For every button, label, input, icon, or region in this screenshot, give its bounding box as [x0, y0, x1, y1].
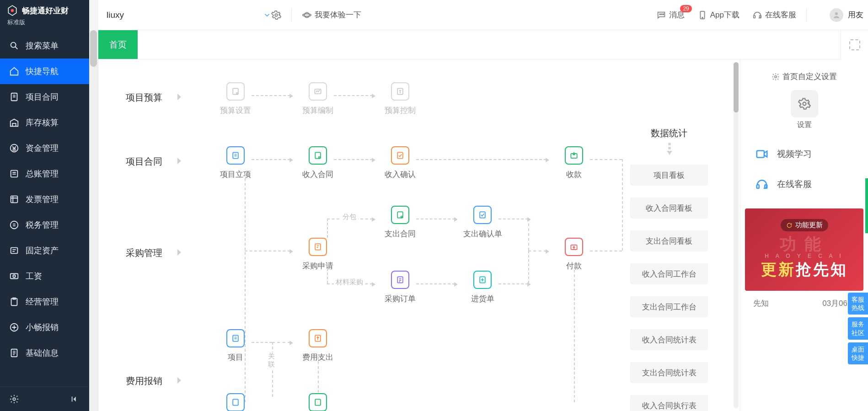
sidebar-item-contract[interactable]: 项目合同 [0, 84, 89, 110]
service-button[interactable]: 在线客服 [752, 10, 796, 20]
svg-rect-49 [757, 185, 759, 188]
sidebar-item-label: 税务管理 [26, 219, 59, 230]
sidebar-item-asset[interactable]: 固定资产 [0, 238, 89, 263]
row-title-purchase: 采购管理 [126, 247, 162, 259]
stat-btn-1[interactable]: 收入合同看板 [630, 197, 708, 219]
topbar: liuxy 我要体验一下 消息 29 App下载 在线客服 用友 [98, 0, 868, 30]
rp-foot-left: 先知 [753, 298, 769, 309]
stat-btn-7[interactable]: 收入合同执行表 [630, 395, 708, 411]
rp-link-service[interactable]: 在线客服 [740, 169, 868, 199]
sidebar-item-search[interactable]: 搜索菜单 [0, 33, 89, 59]
ad-pill: 功能更新 [781, 219, 828, 231]
sidebar-item-label: 快捷导航 [26, 66, 59, 77]
node-expense-contract[interactable]: 支出合同 [373, 206, 428, 239]
node-budget-control[interactable]: 预算控制 [373, 82, 428, 116]
rp-tile-label: 设置 [740, 120, 868, 130]
rp-link-video[interactable]: 视频学习 [740, 139, 868, 169]
stat-btn-label: 收入合同看板 [646, 203, 692, 214]
collapse-icon[interactable] [70, 394, 80, 404]
try-link[interactable]: 我要体验一下 [302, 10, 361, 20]
stats-title: 数据统计 [651, 127, 687, 139]
svg-point-1 [11, 43, 16, 48]
sidebar-item-invoice[interactable]: 发票管理 [0, 187, 89, 212]
sidebar-item-fund[interactable]: 资金管理 [0, 135, 89, 161]
sidebar-item-quicknav[interactable]: 快捷导航 [0, 59, 89, 84]
node-income-contract[interactable]: 收入合同 [290, 146, 345, 180]
asset-icon [9, 246, 19, 256]
document-icon [9, 92, 19, 102]
row-title-budget: 项目预算 [126, 91, 162, 104]
avatar[interactable] [830, 8, 843, 22]
pill-desktop[interactable]: 桌面 快捷 [848, 342, 868, 364]
node-label: 预算设置 [220, 105, 251, 116]
svg-rect-14 [72, 396, 73, 401]
svg-rect-44 [233, 399, 238, 405]
sidebar-item-label: 基础信息 [26, 347, 59, 358]
node-income-confirm[interactable]: 收入确认 [373, 146, 428, 180]
service-label: 在线客服 [765, 10, 796, 20]
svg-point-6 [11, 221, 18, 229]
svg-point-47 [803, 102, 806, 106]
node-partial-1[interactable] [208, 393, 263, 411]
tab-home[interactable]: 首页 [98, 30, 138, 59]
sidebar-item-base[interactable]: 基础信息 [0, 340, 89, 366]
rp-ad-banner[interactable]: 功能更新 功能 H A O Y E C A I 更新抢先知 [745, 208, 863, 291]
sidebar-item-tax[interactable]: 税务管理 [0, 212, 89, 238]
yen-icon [9, 143, 19, 153]
tenant-selector[interactable]: liuxy [107, 10, 271, 20]
pill-hotline[interactable]: 客服 热线 [848, 293, 868, 315]
pill-community[interactable]: 服务 社区 [848, 317, 868, 339]
svg-rect-7 [11, 248, 18, 254]
node-project[interactable]: 项目 [208, 329, 263, 363]
brand-title: 畅捷通好业财 [22, 5, 69, 16]
gear-icon[interactable] [271, 10, 281, 20]
rp-settings-tile[interactable] [791, 90, 818, 117]
download-button[interactable]: App下载 [697, 10, 739, 20]
sidebar-item-salary[interactable]: 工资 [0, 263, 89, 289]
svg-point-27 [236, 93, 238, 94]
sidebar-item-label: 搜索菜单 [26, 40, 59, 51]
sidebar-scrollbar[interactable] [89, 30, 98, 411]
stat-btn-5[interactable]: 收入合同统计表 [630, 329, 708, 350]
node-purchase-order[interactable]: 采购订单 [373, 271, 428, 304]
tag-guanlian: 关 联 [266, 352, 277, 368]
sidebar-item-inventory[interactable]: 库存核算 [0, 110, 89, 135]
svg-point-32 [319, 157, 320, 158]
stat-btn-3[interactable]: 收入合同工作台 [630, 263, 708, 284]
node-goods-receipt[interactable]: 进货单 [455, 271, 510, 304]
node-project-init[interactable]: 项目立项 [208, 146, 263, 180]
clipboard-icon [9, 297, 19, 307]
gear-icon [772, 73, 780, 81]
sidebar-item-biz[interactable]: 经营管理 [0, 289, 89, 315]
svg-point-22 [702, 17, 703, 18]
fullscreen-button[interactable] [841, 30, 868, 59]
node-purchase-request[interactable]: 采购申请 [290, 238, 345, 271]
node-partial-2[interactable] [290, 393, 345, 411]
username: 用友 [848, 10, 863, 20]
gear-icon[interactable] [9, 394, 19, 404]
node-budget-settings[interactable]: 预算设置 [208, 82, 263, 116]
ad-pill-label: 功能更新 [795, 221, 823, 230]
stat-btn-2[interactable]: 支出合同看板 [630, 230, 708, 251]
stat-btn-label: 支出合同统计表 [642, 368, 697, 378]
node-expense-confirm[interactable]: 支出确认单 [455, 206, 510, 239]
node-budget-edit[interactable]: 预算编制 [290, 82, 345, 116]
node-label: 预算编制 [302, 105, 333, 116]
sidebar: 畅捷通好业财 标准版 搜索菜单 快捷导航 项目合同 库存核算 资金管理 总账管理… [0, 0, 89, 411]
try-label: 我要体验一下 [315, 10, 361, 20]
svg-point-17 [303, 14, 311, 16]
stat-btn-0[interactable]: 项目看板 [630, 165, 708, 186]
stat-btn-4[interactable]: 支出合同工作台 [630, 296, 708, 317]
svg-point-20 [663, 14, 664, 15]
canvas-scrollbar[interactable] [734, 62, 739, 408]
node-receipt[interactable]: 收款 [547, 146, 601, 180]
chevron-right-icon [174, 247, 185, 258]
sidebar-item-ledger[interactable]: 总账管理 [0, 161, 89, 187]
warehouse-icon [9, 117, 19, 128]
svg-point-13 [13, 398, 16, 400]
sidebar-item-label: 小畅报销 [26, 322, 59, 333]
messages-button[interactable]: 消息 29 [656, 10, 685, 20]
sidebar-footer [0, 386, 89, 411]
stat-btn-6[interactable]: 支出合同统计表 [630, 362, 708, 383]
sidebar-item-reimburse[interactable]: 小畅报销 [0, 315, 89, 340]
